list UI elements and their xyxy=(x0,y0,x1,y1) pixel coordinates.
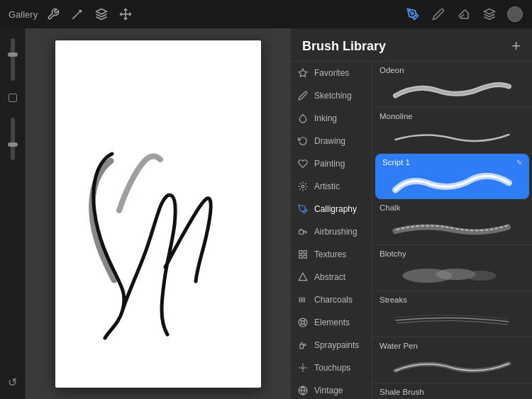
category-item-calligraphy[interactable]: Calligraphy xyxy=(291,198,372,220)
brush-item-chalk[interactable]: Chalk xyxy=(372,199,532,245)
svg-marker-15 xyxy=(299,273,307,281)
category-item-favorites[interactable]: Favorites xyxy=(291,62,372,84)
brush-name-waterpen: Water Pen xyxy=(379,342,418,350)
brush-library-body: Favorites Sketching Inking xyxy=(291,62,532,399)
textures-label: Textures xyxy=(314,249,346,259)
painting-icon xyxy=(297,157,309,170)
svg-line-24 xyxy=(304,320,306,321)
blue-pen-icon[interactable] xyxy=(404,6,421,23)
abstract-icon xyxy=(297,271,309,283)
svg-point-21 xyxy=(301,321,305,325)
category-list: Favorites Sketching Inking xyxy=(291,62,372,399)
category-item-abstract[interactable]: Abstract xyxy=(291,266,372,288)
category-item-inking[interactable]: Inking xyxy=(291,107,372,130)
svg-rect-12 xyxy=(304,251,306,254)
svg-point-8 xyxy=(301,185,304,188)
brush-item-monoline[interactable]: Monoline xyxy=(372,108,532,154)
calligraphy-label: Calligraphy xyxy=(314,204,357,214)
category-item-sketching[interactable]: Sketching xyxy=(291,84,372,107)
brush-name-monoline: Monoline xyxy=(379,112,413,120)
drawing-icon xyxy=(297,135,309,147)
brush-preview-chalk xyxy=(379,215,525,240)
elements-label: Elements xyxy=(314,317,350,327)
category-item-drawing[interactable]: Drawing xyxy=(291,130,372,152)
gray-pen-icon[interactable] xyxy=(430,6,447,23)
category-item-vintage[interactable]: Vintage xyxy=(291,379,372,399)
brush-preview-blotchy xyxy=(379,261,525,286)
category-item-textures[interactable]: Textures xyxy=(291,243,372,266)
category-item-elements[interactable]: Elements xyxy=(291,311,372,334)
brush-name-streaks: Streaks xyxy=(379,296,407,304)
layers-icon[interactable] xyxy=(481,6,498,23)
svg-point-29 xyxy=(301,366,304,369)
svg-line-0 xyxy=(74,11,82,18)
svg-rect-26 xyxy=(300,344,304,349)
brush-item-blotchy[interactable]: Blotchy xyxy=(372,245,532,291)
main-area: ↺ Brush Library + xyxy=(0,28,532,399)
brush-name-blotchy: Blotchy xyxy=(379,249,406,258)
painting-label: Painting xyxy=(314,159,345,169)
svg-line-1 xyxy=(72,17,74,19)
tool-1[interactable] xyxy=(3,88,23,108)
brush-preview-monoline xyxy=(379,123,525,149)
abstract-label: Abstract xyxy=(314,272,345,282)
brush-name-odeon: Odeon xyxy=(379,66,404,74)
svg-line-23 xyxy=(304,324,306,325)
size-slider[interactable] xyxy=(11,38,15,81)
airbrushing-icon xyxy=(297,225,309,238)
vintage-icon xyxy=(297,384,309,397)
artistic-icon xyxy=(297,180,309,193)
top-bar-right xyxy=(404,6,523,23)
brush-library-title: Brush Library xyxy=(302,39,386,54)
transform-icon[interactable] xyxy=(117,6,134,23)
magic-wand-icon[interactable] xyxy=(69,6,86,23)
brush-library-header: Brush Library + xyxy=(291,28,532,62)
brush-item-odeon[interactable]: Odeon xyxy=(372,62,532,108)
elements-icon xyxy=(297,316,309,329)
category-item-painting[interactable]: Painting xyxy=(291,152,372,175)
top-bar: Gallery xyxy=(0,0,532,28)
favorites-icon xyxy=(297,67,309,79)
favorites-label: Favorites xyxy=(314,68,349,78)
svg-marker-7 xyxy=(299,69,307,77)
sketching-icon xyxy=(297,89,309,102)
touchups-icon xyxy=(297,361,309,374)
textures-icon xyxy=(297,248,309,261)
opacity-slider[interactable] xyxy=(11,118,15,160)
inking-icon xyxy=(297,112,309,125)
brush-preview-streaks xyxy=(379,307,525,332)
brush-item-shalebrush[interactable]: Shale Brush xyxy=(372,383,532,399)
brush-item-streaks[interactable]: Streaks xyxy=(372,291,532,337)
svg-point-4 xyxy=(411,13,414,15)
top-bar-left: Gallery xyxy=(9,6,134,23)
category-item-artistic[interactable]: Artistic xyxy=(291,175,372,198)
brush-item-script1[interactable]: Script 1 ✎ xyxy=(375,154,529,199)
add-brush-button[interactable]: + xyxy=(511,38,521,54)
category-item-touchups[interactable]: Touchups xyxy=(291,356,372,379)
airbrushing-label: Airbrushing xyxy=(314,227,358,237)
brush-name-chalk: Chalk xyxy=(379,203,400,212)
brush-preview-odeon xyxy=(379,77,525,103)
brush-name-shalebrush: Shale Brush xyxy=(379,388,424,396)
svg-marker-6 xyxy=(484,9,495,15)
color-swatch-icon[interactable] xyxy=(506,6,523,23)
canvas-area[interactable] xyxy=(26,28,291,399)
svg-rect-13 xyxy=(304,255,306,258)
touchups-label: Touchups xyxy=(314,363,350,373)
svg-rect-11 xyxy=(299,251,302,254)
stylize-icon[interactable] xyxy=(93,6,110,23)
undo-button[interactable]: ↺ xyxy=(3,372,23,392)
artistic-label: Artistic xyxy=(314,181,340,191)
category-item-charcoals[interactable]: Charcoals xyxy=(291,288,372,311)
svg-rect-9 xyxy=(299,230,304,235)
gallery-button[interactable]: Gallery xyxy=(9,9,38,20)
vintage-label: Vintage xyxy=(314,386,343,395)
brush-library-panel: Brush Library + Favorites Sketching xyxy=(291,28,532,399)
category-item-airbrushing[interactable]: Airbrushing xyxy=(291,220,372,243)
wrench-icon[interactable] xyxy=(45,6,62,23)
category-item-spraypaints[interactable]: Spraypaints xyxy=(291,334,372,356)
inking-label: Inking xyxy=(314,113,337,123)
eraser-icon[interactable] xyxy=(455,6,472,23)
brush-item-waterpen[interactable]: Water Pen xyxy=(372,337,532,383)
brush-preview-waterpen xyxy=(379,353,525,378)
